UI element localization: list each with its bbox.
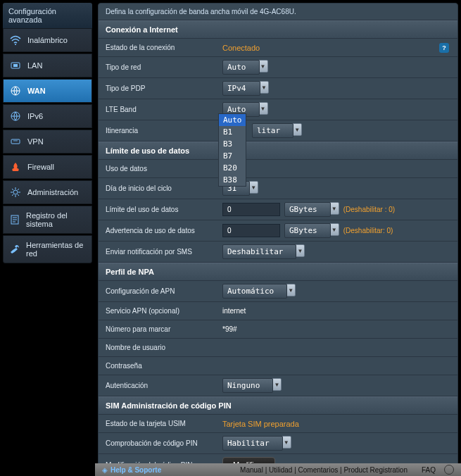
svg-rect-2 xyxy=(13,64,18,67)
sidebar-item-label: IPv6 xyxy=(27,112,43,120)
limit-input[interactable] xyxy=(222,203,280,216)
apn-svc-value: internet xyxy=(222,307,246,315)
sidebar-item-lan[interactable]: LAN xyxy=(3,54,92,77)
fire-icon xyxy=(9,161,22,173)
sidebar-item-label: Registro del sistema xyxy=(26,211,86,228)
auth-label: Autenticación xyxy=(99,378,218,393)
apn-svc-label: Servicio APN (opcional) xyxy=(99,303,218,318)
lte-option[interactable]: B38 xyxy=(219,174,246,186)
lte-label: LTE Band xyxy=(99,102,218,117)
sidebar-item-label: LAN xyxy=(27,61,42,70)
sms-label: Enviar notificación por SMS xyxy=(99,244,218,259)
chevron-down-icon: ▼ xyxy=(248,181,258,194)
sidebar-item-log[interactable]: Registro del sistema xyxy=(3,206,92,234)
chevron-down-icon: ▼ xyxy=(329,223,339,236)
user-label: Nombre de usuario xyxy=(99,340,218,355)
svg-text:***: *** xyxy=(13,139,18,144)
apn-cfg-select[interactable]: Automático▼ xyxy=(222,284,296,299)
roaming-label: Itinerancia xyxy=(99,123,218,138)
sidebar-item-label: WAN xyxy=(27,87,46,95)
auth-select[interactable]: Ninguno▼ xyxy=(222,378,282,393)
globe-icon xyxy=(9,110,22,123)
section-sim: SIM Administración de código PIN xyxy=(99,396,457,415)
sidebar-item-wireless[interactable]: Inalámbrico xyxy=(3,28,92,52)
status-label: Estado de la conexión xyxy=(99,40,218,55)
chevron-down-icon: ▼ xyxy=(286,284,296,296)
footer-links[interactable]: Manual | Utilidad | Comentarios | Produc… xyxy=(240,466,408,474)
cycle-label: Día de inicio del ciclo xyxy=(99,181,218,196)
lan-icon xyxy=(9,59,22,72)
pass-label: Contraseña xyxy=(99,358,218,373)
status-value: Conectado xyxy=(222,44,260,52)
usim-label: Estado de la tarjeta USIM xyxy=(99,416,218,431)
sidebar-item-label: Herramientas de red xyxy=(26,241,86,258)
footer-faq[interactable]: FAQ xyxy=(422,466,436,474)
usage-label: Uso de datos xyxy=(99,161,218,176)
net-type-label: Tipo de red xyxy=(99,60,218,75)
footer-bullet: ◈ xyxy=(102,466,108,474)
dial-value: *99# xyxy=(222,325,237,333)
lte-option[interactable]: B3 xyxy=(219,138,246,150)
lte-option[interactable]: Auto xyxy=(219,114,246,126)
pin-check-label: Comprobación de código PIN xyxy=(99,436,218,451)
sidebar-item-firewall[interactable]: Firewall xyxy=(3,155,92,179)
lte-option[interactable]: B1 xyxy=(219,126,246,138)
chevron-down-icon: ▼ xyxy=(292,123,302,136)
limit-hint: (Deshabilitar : 0) xyxy=(343,206,395,213)
sidebar-item-label: Firewall xyxy=(27,163,54,171)
warn-input[interactable] xyxy=(222,224,280,237)
footer-help[interactable]: Help & Soporte xyxy=(110,466,161,474)
sidebar-item-label: Administración xyxy=(27,188,78,196)
net-type-select[interactable]: Auto▼ xyxy=(222,60,268,75)
chevron-down-icon: ▼ xyxy=(282,436,291,449)
chevron-down-icon: ▼ xyxy=(258,60,268,73)
sidebar-item-tools[interactable]: Herramientas de red xyxy=(3,235,92,263)
help-icon[interactable]: ? xyxy=(439,43,449,53)
wifi-icon xyxy=(9,34,22,46)
settings-panel: Defina la configuración de banda ancha m… xyxy=(98,3,458,476)
dial-label: Número para marcar xyxy=(99,322,218,337)
section-data: Límite de uso de datos xyxy=(99,142,457,160)
sidebar-item-wan[interactable]: WAN xyxy=(3,79,92,103)
sidebar-item-ipv6[interactable]: IPv6 xyxy=(3,104,92,128)
wrench-icon xyxy=(9,243,20,256)
apn-cfg-label: Configuración de APN xyxy=(99,284,218,299)
section-internet: Conexión a Internet xyxy=(99,20,457,39)
chevron-down-icon: ▼ xyxy=(295,244,305,257)
warn-label: Advertencia de uso de datos xyxy=(99,223,218,238)
usim-value: Tarjeta SIM preparada xyxy=(222,420,299,428)
globe-icon xyxy=(9,84,22,97)
vpn-icon: *** xyxy=(9,135,22,148)
sidebar-nav: Inalámbrico LAN WAN IPv6 ***VPN Firewall… xyxy=(3,28,92,263)
pdp-label: Tipo de PDP xyxy=(99,81,218,96)
pin-check-select[interactable]: Habilitar▼ xyxy=(222,436,291,451)
unit-select[interactable]: GBytes▼ xyxy=(284,202,339,217)
unit-select[interactable]: GBytes▼ xyxy=(284,223,339,238)
lte-option[interactable]: B7 xyxy=(219,150,246,162)
sidebar-item-label: VPN xyxy=(27,137,44,146)
limit-label: Límite del uso de datos xyxy=(99,202,218,217)
sidebar-item-vpn[interactable]: ***VPN xyxy=(3,130,92,154)
svg-point-0 xyxy=(15,44,16,45)
roaming-select[interactable]: litar▼ xyxy=(252,123,302,138)
log-icon xyxy=(9,213,20,226)
chevron-down-icon: ▼ xyxy=(259,81,269,94)
chevron-down-icon: ▼ xyxy=(272,378,282,391)
pdp-select[interactable]: IPv4▼ xyxy=(222,81,269,96)
sidebar-item-label: Inalámbrico xyxy=(27,36,68,44)
gear-icon xyxy=(9,186,22,199)
footer: ◈ Help & Soporte Manual | Utilidad | Com… xyxy=(95,463,461,476)
sms-select[interactable]: Deshabilitar▼ xyxy=(222,244,305,259)
sidebar-title: Configuración avanzada xyxy=(3,3,92,28)
section-npa: Perfil de NPA xyxy=(99,263,457,281)
svg-point-7 xyxy=(13,190,18,194)
lte-option[interactable]: B20 xyxy=(219,162,246,174)
chevron-down-icon: ▼ xyxy=(329,202,339,215)
sidebar-item-admin[interactable]: Administración xyxy=(3,180,92,204)
warn-hint: (Deshabilitar: 0) xyxy=(343,227,393,234)
search-icon[interactable] xyxy=(444,465,454,475)
intro-text: Defina la configuración de banda ancha m… xyxy=(99,4,457,20)
chevron-down-icon: ▼ xyxy=(258,102,268,115)
lte-dropdown: Auto B1 B3 B7 B20 B38 xyxy=(218,113,246,187)
